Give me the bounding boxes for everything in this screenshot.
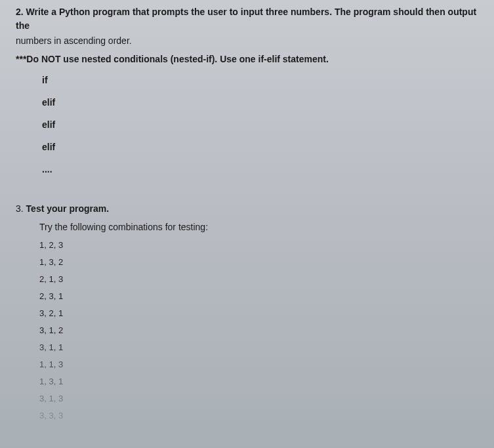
combo-item: 2, 3, 1	[39, 291, 478, 301]
test-combinations-list: 1, 2, 3 1, 3, 2 2, 1, 3 2, 3, 1 3, 2, 1 …	[39, 240, 478, 420]
question-3-title: 3. Test your program.	[16, 203, 478, 214]
question-2-continuation: numbers in ascending order.	[16, 35, 478, 46]
question-2-prompt: 2. Write a Python program that prompts t…	[16, 5, 478, 33]
question-3-text: Test your program.	[26, 203, 110, 214]
combo-item: 3, 3, 3	[39, 411, 478, 420]
combo-item: 1, 1, 3	[39, 359, 478, 369]
code-structure-block: if elif elif elif ....	[42, 75, 478, 174]
question-text: Write a Python program that prompts the …	[16, 7, 476, 31]
combo-item: 1, 2, 3	[39, 240, 478, 250]
code-ellipsis: ....	[42, 164, 478, 174]
code-elif-2: elif	[42, 119, 478, 130]
question-3-number: 3.	[16, 203, 24, 214]
combo-item: 3, 1, 1	[39, 342, 478, 352]
combo-item: 3, 1, 2	[39, 325, 478, 335]
combo-item: 2, 1, 3	[39, 274, 478, 284]
code-elif-1: elif	[42, 97, 478, 108]
document-page: 2. Write a Python program that prompts t…	[0, 0, 494, 436]
combo-item: 3, 1, 3	[39, 394, 478, 403]
question-number: 2.	[16, 7, 24, 17]
code-elif-3: elif	[42, 142, 478, 152]
combo-item: 1, 3, 2	[39, 257, 478, 267]
question-3-instruction: Try the following combinations for testi…	[39, 222, 478, 232]
combo-item: 1, 3, 1	[39, 377, 478, 386]
code-if: if	[42, 75, 478, 85]
combo-item: 3, 2, 1	[39, 308, 478, 318]
question-2-note: ***Do NOT use nested conditionals (neste…	[16, 54, 478, 64]
